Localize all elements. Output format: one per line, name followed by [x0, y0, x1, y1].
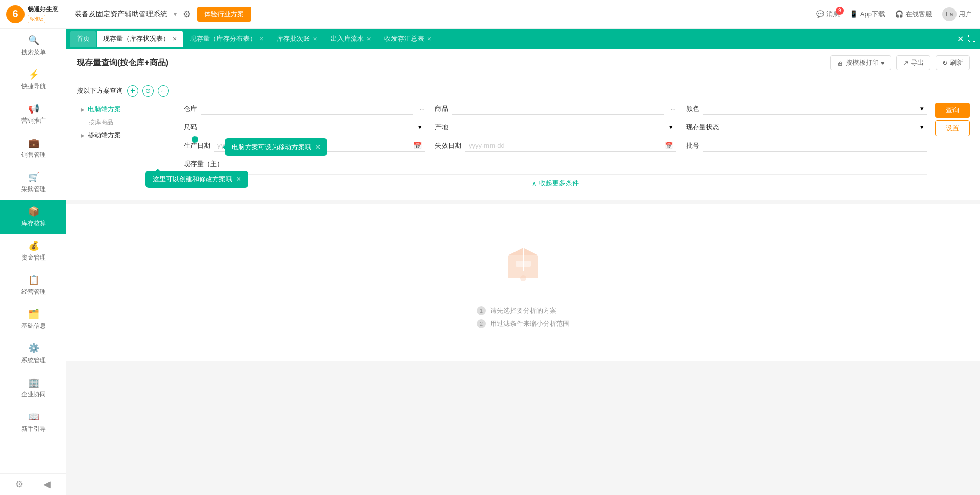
calendar-icon: 📅: [413, 142, 422, 149]
service-icon: 🎧: [895, 10, 903, 18]
stock-qty-dash: —: [231, 160, 237, 168]
sidebar-item-operations[interactable]: 📋 经营管理: [0, 268, 66, 302]
sidebar-nav: 🔍 搜索菜单 ⚡ 快捷导航 📢 营销推广 💼 销售管理 🛒 采购管理 📦 库存核…: [0, 29, 66, 473]
edit-tooltip-text: 这里可以创建和修改方案哦: [153, 175, 232, 184]
goods-dots-icon[interactable]: ···: [670, 105, 676, 113]
tab-inventory-dist[interactable]: 现存量（库存分布表） ×: [184, 31, 270, 47]
sidebar-item-enterprise[interactable]: 🏢 企业协同: [0, 371, 66, 405]
print-btn[interactable]: 🖨 按模板打印 ▾: [830, 55, 891, 70]
search-icon: 🔍: [28, 35, 39, 46]
sidebar-item-basic-label: 基础信息: [21, 322, 46, 331]
tab-home[interactable]: 首页: [70, 31, 96, 47]
tab-close-icon-2[interactable]: ×: [259, 35, 263, 43]
expiry-date-input[interactable]: yyyy-mm-dd 📅: [465, 139, 676, 152]
tab-close-icon-4[interactable]: ×: [367, 35, 371, 43]
stock-status-label: 现存量状态: [686, 123, 719, 132]
page-header: 现存量查询(按仓库+商品) 🖨 按模板打印 ▾ ↗ 导出 ↻ 刷新: [66, 49, 980, 77]
dot-teal: [192, 136, 198, 143]
page-title: 现存量查询(按仓库+商品): [77, 58, 168, 68]
calendar-icon-2: 📅: [665, 142, 673, 149]
color-select[interactable]: ▾: [703, 103, 927, 115]
tab-close-icon-5[interactable]: ×: [427, 35, 431, 43]
sidebar-item-inventory[interactable]: 📦 库存核算: [0, 200, 66, 234]
sidebar-item-enterprise-label: 企业协同: [21, 390, 46, 399]
filter-row-4: 现存量（主） —: [184, 158, 927, 170]
filter-arrow-btn[interactable]: ←: [158, 85, 169, 97]
collapse-sidebar-icon[interactable]: ◀: [43, 479, 51, 490]
goods-input[interactable]: [452, 103, 664, 115]
stock-qty-range[interactable]: —: [228, 158, 337, 170]
goods-label: 商品: [435, 104, 448, 113]
inventory-icon: 📦: [28, 206, 39, 217]
user-area[interactable]: Ea 用户: [942, 7, 972, 21]
sidebar-item-basic[interactable]: 🗂️ 基础信息: [0, 302, 66, 337]
tab-batch-account[interactable]: 库存批次账 ×: [271, 31, 323, 47]
scheme-item-mobile[interactable]: ▶ 移动端方案: [77, 129, 174, 142]
refresh-btn[interactable]: ↻ 刷新: [936, 55, 970, 70]
tab-collect-summary[interactable]: 收发存汇总表 ×: [378, 31, 437, 47]
empty-icon: [498, 235, 549, 296]
sidebar-item-guide[interactable]: 📖 新手引导: [0, 405, 66, 439]
mobile-scheme-label: 移动端方案: [88, 131, 121, 140]
search-btn[interactable]: 查询: [935, 103, 970, 118]
sidebar-item-system[interactable]: ⚙️ 系统管理: [0, 337, 66, 371]
industry-btn[interactable]: 体验行业方案: [197, 7, 251, 22]
sidebar-item-quick[interactable]: ⚡ 快捷导航: [0, 63, 66, 97]
tab-inventory-status[interactable]: 现存量（库存状况表） ×: [97, 31, 183, 47]
tab-inout-flow[interactable]: 出入库流水 ×: [325, 31, 377, 47]
settings-icon[interactable]: ⚙: [183, 9, 191, 20]
system-dropdown-icon[interactable]: ▾: [174, 11, 177, 18]
collapse-label: 收起更多条件: [539, 179, 579, 188]
tab-expand-icon[interactable]: ⛶: [968, 34, 976, 43]
online-service-item[interactable]: 🎧 在线客服: [895, 10, 932, 19]
size-select[interactable]: ▾: [201, 121, 425, 133]
tab-close-all-icon[interactable]: ✕: [957, 34, 964, 44]
origin-dropdown-icon: ▾: [669, 123, 673, 131]
filter-copy-btn[interactable]: ⊙: [142, 85, 154, 97]
phone-icon: 📱: [850, 10, 858, 18]
tip-num-2: 2: [477, 319, 486, 328]
sidebar-item-search[interactable]: 🔍 搜索菜单: [0, 29, 66, 63]
collapse-up-icon: ∧: [532, 180, 537, 187]
page-actions: 🖨 按模板打印 ▾ ↗ 导出 ↻ 刷新: [830, 55, 970, 70]
tab-close-icon-3[interactable]: ×: [313, 35, 317, 43]
purchase-icon: 🛒: [28, 172, 39, 183]
set-btn[interactable]: 设置: [935, 120, 970, 136]
export-icon: ↗: [903, 59, 909, 67]
empty-tip-2: 2 用过滤条件来缩小分析范围: [477, 317, 570, 331]
scheme-tooltip-close[interactable]: ×: [315, 143, 320, 152]
sidebar-item-purchase-label: 采购管理: [21, 185, 46, 194]
stock-status-select[interactable]: ▾: [723, 121, 927, 133]
pc-scheme-arrow: ▶: [81, 107, 85, 112]
sidebar-item-finance[interactable]: 💰 资金管理: [0, 234, 66, 268]
empty-tips: 1 请先选择要分析的方案 2 用过滤条件来缩小分析范围: [477, 304, 570, 331]
sidebar-item-marketing[interactable]: 📢 营销推广: [0, 97, 66, 131]
online-service-label: 在线客服: [905, 10, 932, 19]
edit-tooltip-close[interactable]: ×: [236, 175, 241, 184]
sidebar-item-purchase[interactable]: 🛒 采购管理: [0, 166, 66, 200]
enterprise-icon: 🏢: [28, 377, 39, 388]
warehouse-dots-icon[interactable]: ···: [419, 105, 425, 113]
empty-state: 1 请先选择要分析的方案 2 用过滤条件来缩小分析范围: [66, 204, 980, 361]
sidebar-item-sales[interactable]: 💼 销售管理: [0, 131, 66, 166]
pc-sub-item1[interactable]: 按库商品: [89, 117, 169, 128]
scheme-item-pc[interactable]: ▶ 电脑端方案: [77, 103, 174, 116]
filter-cell-goods: 商品 ···: [435, 103, 676, 115]
svg-point-4: [520, 275, 526, 281]
message-item[interactable]: 💬 消息 9: [816, 10, 840, 19]
marketing-icon: 📢: [28, 103, 39, 114]
warehouse-input[interactable]: [201, 103, 413, 115]
filter-add-btn[interactable]: +: [127, 85, 138, 97]
tab-close-icon[interactable]: ×: [173, 35, 177, 43]
collapse-btn[interactable]: ∧ 收起更多条件: [184, 174, 927, 192]
origin-select[interactable]: ▾: [452, 121, 676, 133]
batch-input[interactable]: [703, 139, 927, 152]
filter-cell-stock-status: 现存量状态 ▾: [686, 121, 927, 133]
filter-cell-color: 颜色 ▾: [686, 103, 927, 115]
settings-bottom-icon[interactable]: ⚙: [15, 479, 23, 490]
filter-cell-origin: 产地 ▾: [435, 121, 676, 133]
sidebar-item-guide-label: 新手引导: [21, 425, 46, 433]
pc-scheme-label: 电脑端方案: [88, 105, 121, 114]
export-btn[interactable]: ↗ 导出: [896, 55, 930, 70]
app-download-item[interactable]: 📱 App下载: [850, 10, 885, 19]
